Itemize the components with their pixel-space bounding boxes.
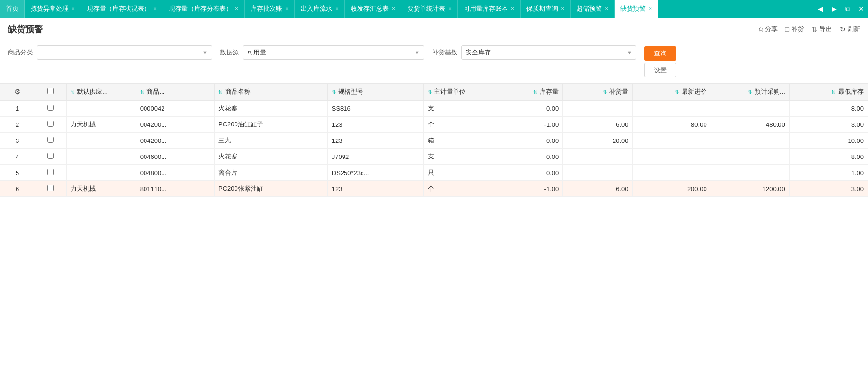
table-row: 5 004800... 离合片 DS250*23c... 只 0.00 1.00	[0, 165, 868, 181]
table-row: 4 004600... 火花塞 J7092 支 0.00 8.00	[0, 149, 868, 165]
category-select[interactable]: ▼	[37, 45, 212, 60]
nav-tab-4[interactable]: 库存批次账 ×	[245, 0, 295, 18]
col-header-latest-price[interactable]: ⇅ 最新进价	[633, 84, 711, 101]
nav-tab-7[interactable]: 要货单统计表 ×	[401, 0, 458, 18]
row-supplier	[66, 165, 136, 181]
nav-close-button[interactable]: ✕	[854, 0, 868, 18]
gear-icon[interactable]: ⚙	[14, 88, 20, 96]
row-check[interactable]	[35, 149, 66, 165]
nav-prev-button[interactable]: ◀	[814, 0, 827, 18]
row-unit: 个	[423, 117, 493, 133]
col-header-supplier[interactable]: ⇅ 默认供应...	[66, 84, 136, 101]
table-container: ⚙ ⇅ 默认供应... ⇅ 商品... ⇅ 商品名称	[0, 83, 868, 197]
table-header-row: ⚙ ⇅ 默认供应... ⇅ 商品... ⇅ 商品名称	[0, 84, 868, 101]
row-estimated-purchase: 1200.00	[711, 181, 789, 197]
data-table: ⚙ ⇅ 默认供应... ⇅ 商品... ⇅ 商品名称	[0, 83, 868, 197]
close-tab-10[interactable]: ×	[605, 5, 608, 12]
close-tab-8[interactable]: ×	[511, 5, 514, 12]
row-estimated-purchase	[711, 165, 789, 181]
nav-tab-3[interactable]: 现存量（库存分布表） ×	[163, 0, 245, 18]
nav-tab-2[interactable]: 现存量（库存状况表） ×	[81, 0, 163, 18]
content-area: 缺货预警 ⎙ 分享 □ 补货 ⇅ 导出 ↻ 刷新 商品分类	[0, 18, 868, 387]
col-header-replenish[interactable]: ⇅ 补货量	[563, 84, 633, 101]
close-tab-3[interactable]: ×	[235, 5, 238, 12]
replenish-button[interactable]: □ 补货	[785, 25, 804, 34]
replenish-base-select[interactable]: 安全库存 ▼	[461, 45, 636, 60]
select-all-checkbox[interactable]	[47, 88, 54, 94]
settings-button[interactable]: 设置	[644, 63, 676, 77]
datasource-select[interactable]: 可用量 ▼	[243, 45, 424, 60]
close-tab-9[interactable]: ×	[561, 5, 564, 12]
row-index: 4	[0, 149, 35, 165]
nav-tab-8[interactable]: 可用量库存账本 ×	[458, 0, 521, 18]
col-header-code[interactable]: ⇅ 商品...	[136, 84, 214, 101]
row-checkbox[interactable]	[47, 105, 54, 111]
nav-tab-6[interactable]: 收发存汇总表 ×	[345, 0, 401, 18]
row-spec: 123	[327, 117, 423, 133]
close-tab-1[interactable]: ×	[72, 5, 75, 12]
col-header-min-stock[interactable]: ⇅ 最低库存	[789, 84, 868, 101]
refresh-button[interactable]: ↻ 刷新	[840, 25, 860, 34]
row-latest-price	[633, 165, 711, 181]
nav-tab-home[interactable]: 首页	[0, 0, 25, 18]
table-row: 2 力天机械 004200... PC200油缸缸子 123 个 -1.00 6…	[0, 117, 868, 133]
row-check[interactable]	[35, 133, 66, 149]
query-button[interactable]: 查询	[644, 46, 676, 61]
row-checkbox[interactable]	[47, 121, 54, 127]
col-header-gear[interactable]: ⚙	[0, 84, 35, 101]
category-filter: 商品分类 ▼	[8, 45, 212, 60]
close-tab-7[interactable]: ×	[448, 5, 452, 12]
row-name: 火花塞	[214, 101, 327, 117]
sort-latest-price-icon: ⇅	[675, 89, 679, 95]
close-tab-11[interactable]: ×	[649, 5, 652, 12]
row-name: 三九	[214, 133, 327, 149]
row-latest-price	[633, 149, 711, 165]
row-spec: SS816	[327, 101, 423, 117]
col-header-unit[interactable]: ⇅ 主计量单位	[423, 84, 493, 101]
col-header-estimated[interactable]: ⇅ 预计采购...	[711, 84, 789, 101]
row-estimated-purchase: 480.00	[711, 117, 789, 133]
row-name: 离合片	[214, 165, 327, 181]
datasource-label: 数据源	[220, 48, 239, 57]
row-estimated-purchase	[711, 149, 789, 165]
col-header-name[interactable]: ⇅ 商品名称	[214, 84, 327, 101]
nav-next-button[interactable]: ▶	[827, 0, 841, 18]
row-spec: 123	[327, 133, 423, 149]
row-checkbox[interactable]	[47, 185, 54, 191]
row-estimated-purchase	[711, 101, 789, 117]
row-checkbox[interactable]	[47, 153, 54, 159]
row-check[interactable]	[35, 181, 66, 197]
row-unit: 箱	[423, 133, 493, 149]
row-checkbox[interactable]	[47, 137, 54, 143]
col-header-check[interactable]	[35, 84, 66, 101]
row-min-stock: 8.00	[789, 101, 868, 117]
table-row: 3 004200... 三九 123 箱 0.00 20.00 10.00	[0, 133, 868, 149]
nav-tab-5[interactable]: 出入库流水 ×	[295, 0, 345, 18]
close-tab-4[interactable]: ×	[285, 5, 289, 12]
row-stock: 0.00	[493, 101, 562, 117]
sort-stock-icon: ⇅	[533, 89, 537, 95]
datasource-value: 可用量	[247, 48, 266, 57]
col-header-spec[interactable]: ⇅ 规格型号	[327, 84, 423, 101]
export-button[interactable]: ⇅ 导出	[812, 25, 832, 34]
sort-estimated-icon: ⇅	[748, 89, 752, 95]
replenish-base-filter: 补货基数 安全库存 ▼	[432, 45, 636, 60]
nav-tab-1[interactable]: 拣货异常处理 ×	[25, 0, 81, 18]
nav-tab-11[interactable]: 缺货预警 ×	[615, 0, 658, 18]
row-check[interactable]	[35, 165, 66, 181]
close-tab-6[interactable]: ×	[392, 5, 395, 12]
nav-restore-button[interactable]: ⧉	[841, 0, 854, 18]
close-tab-5[interactable]: ×	[335, 5, 339, 12]
row-replenish: 6.00	[563, 181, 633, 197]
row-estimated-purchase	[711, 133, 789, 149]
share-button[interactable]: ⎙ 分享	[759, 25, 778, 34]
row-checkbox[interactable]	[47, 169, 54, 175]
close-tab-2[interactable]: ×	[153, 5, 157, 12]
nav-tab-9[interactable]: 保质期查询 ×	[521, 0, 571, 18]
nav-tab-10[interactable]: 超储预警 ×	[571, 0, 615, 18]
row-check[interactable]	[35, 117, 66, 133]
category-dropdown-icon: ▼	[202, 50, 208, 55]
row-min-stock: 10.00	[789, 133, 868, 149]
row-check[interactable]	[35, 101, 66, 117]
col-header-stock[interactable]: ⇅ 库存量	[493, 84, 562, 101]
